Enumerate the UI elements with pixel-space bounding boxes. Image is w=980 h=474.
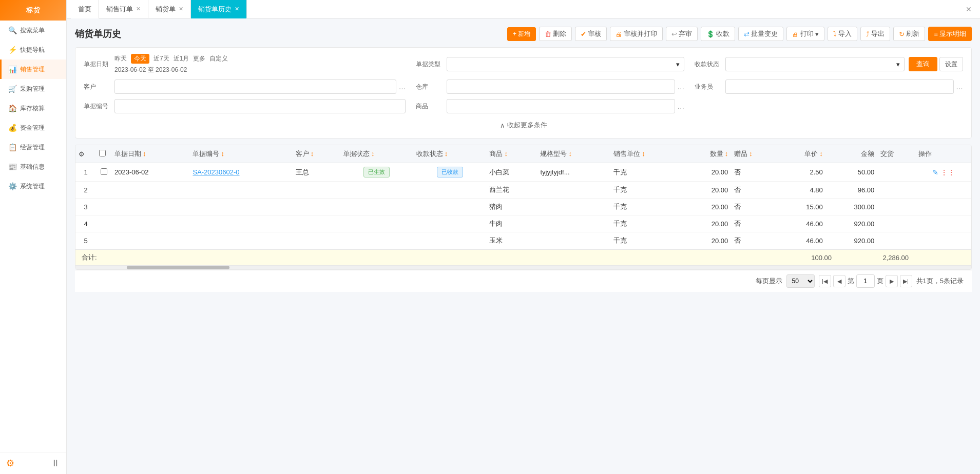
first-page-button[interactable]: |◀: [819, 275, 831, 287]
export-button[interactable]: ⤴ 导出: [860, 27, 890, 41]
th-qty[interactable]: 数量↕: [684, 145, 731, 163]
query-button[interactable]: 查询: [909, 57, 937, 71]
salesman-dots[interactable]: …: [956, 83, 963, 91]
shortcut-1month[interactable]: 近1月: [174, 54, 189, 63]
tab-home[interactable]: 首页: [71, 0, 99, 18]
cell-checkbox[interactable]: [96, 163, 111, 182]
th-gift[interactable]: 赠品↕: [731, 145, 778, 163]
th-unit[interactable]: 销售单位↕: [610, 145, 684, 163]
cell-unit: 千克: [610, 182, 684, 199]
page-size-select[interactable]: 50 20 100 200: [786, 274, 815, 288]
th-pay-status[interactable]: 收款状态↕: [413, 145, 487, 163]
th-price[interactable]: 单价↕: [778, 145, 825, 163]
sidebar-item-inventory[interactable]: 🏠 库存核算: [0, 98, 66, 118]
cell-checkbox[interactable]: [96, 215, 111, 232]
audit-button[interactable]: ✔ 审核: [575, 27, 607, 41]
import-icon: ⤵: [833, 30, 837, 38]
doc-date-label: 单据日期: [84, 60, 114, 69]
collapse-button[interactable]: ∧ 收起更多条件: [84, 118, 963, 132]
cell-doc-no: [189, 215, 292, 232]
tab-sales-goods[interactable]: 销货单 ✕: [148, 0, 191, 18]
doc-no-input[interactable]: [114, 99, 406, 113]
shortcut-today[interactable]: 今天: [131, 54, 149, 64]
sidebar-bottom-icon2[interactable]: ⏸: [51, 458, 60, 469]
th-trade[interactable]: 交货: [877, 145, 915, 163]
select-all-checkbox[interactable]: [99, 150, 106, 156]
doc-type-select[interactable]: ▾: [447, 57, 684, 71]
th-amount[interactable]: 金额: [826, 145, 878, 163]
next-page-button[interactable]: ▶: [886, 275, 898, 287]
shortcut-more[interactable]: 更多: [193, 54, 205, 63]
show-detail-button[interactable]: ≡ 显示明细: [928, 27, 972, 41]
tab-close-sales-order[interactable]: ✕: [136, 6, 141, 12]
audit-icon: ✔: [581, 30, 586, 38]
tab-sales-history[interactable]: 销货单历史 ✕: [191, 0, 247, 18]
sidebar-item-system[interactable]: ⚙️ 系统管理: [0, 176, 66, 196]
th-customer[interactable]: 客户↕: [293, 145, 340, 163]
goods-input[interactable]: [447, 99, 675, 113]
th-goods[interactable]: 商品↕: [486, 145, 537, 163]
th-doc-date[interactable]: 单据日期↕: [111, 145, 189, 163]
warehouse-input[interactable]: [447, 80, 675, 94]
cell-checkbox[interactable]: [96, 199, 111, 215]
prev-page-button[interactable]: ◀: [833, 275, 846, 287]
cell-checkbox[interactable]: [96, 232, 111, 249]
horizontal-scrollbar[interactable]: [75, 265, 971, 269]
shortcut-custom[interactable]: 自定义: [209, 54, 228, 63]
filter-salesman: 业务员 …: [695, 80, 963, 94]
table-row: 3 猪肉 千克 20.00 否 15.00 300.00: [75, 199, 971, 215]
pay-status-select[interactable]: ▾: [725, 57, 905, 71]
audit-print-button[interactable]: 🖨 审核并打印: [610, 27, 663, 41]
new-button[interactable]: + 新增: [507, 27, 536, 41]
sidebar-item-search-menu[interactable]: 🔍 搜索菜单: [0, 21, 66, 40]
th-doc-status[interactable]: 单据状态↕: [340, 145, 413, 163]
cell-doc-date: 2023-06-02: [111, 163, 189, 182]
tab-close-sales-history[interactable]: ✕: [235, 6, 239, 12]
sidebar-bottom-icon1[interactable]: ⚙: [6, 458, 14, 469]
th-checkbox[interactable]: [96, 145, 111, 163]
sidebar-item-sales-mgmt[interactable]: 📊 销售管理: [0, 60, 66, 79]
page-number-input[interactable]: [856, 274, 875, 288]
sidebar-item-operations[interactable]: 📋 经营管理: [0, 137, 66, 157]
cell-pay-status: [413, 182, 487, 199]
import-button[interactable]: ⤵ 导入: [828, 27, 857, 41]
settings-button[interactable]: 设置: [939, 57, 963, 71]
th-doc-no[interactable]: 单据编号↕: [189, 145, 292, 163]
sidebar-item-quick-nav[interactable]: ⚡ 快捷导航: [0, 40, 66, 60]
goods-dots[interactable]: …: [677, 102, 684, 110]
shortcut-yesterday[interactable]: 昨天: [114, 54, 127, 63]
sidebar-item-purchase-mgmt[interactable]: 🛒 采购管理: [0, 79, 66, 98]
customer-input[interactable]: [114, 80, 396, 94]
tab-close-sales-goods[interactable]: ✕: [179, 6, 183, 12]
cell-doc-no[interactable]: SA-20230602-0: [189, 163, 292, 182]
print-button[interactable]: 🖨 打印 ▾: [786, 27, 824, 41]
date-range-display: 2023-06-02 至 2023-06-02: [114, 66, 406, 74]
th-settings[interactable]: ⚙: [75, 145, 96, 163]
th-spec[interactable]: 规格型号↕: [537, 145, 610, 163]
tab-sales-order[interactable]: 销售订单 ✕: [99, 0, 148, 18]
table-summary: 合计: 100.00 2,286.00: [75, 249, 971, 265]
batch-icon: ⇄: [744, 30, 750, 38]
customer-dots[interactable]: …: [398, 83, 406, 91]
collect-button[interactable]: 💲 收款: [701, 27, 735, 41]
sidebar-item-basic-info[interactable]: 📰 基础信息: [0, 157, 66, 176]
edit-button[interactable]: ✎: [932, 168, 938, 176]
warehouse-dots[interactable]: …: [677, 83, 684, 91]
last-page-button[interactable]: ▶|: [900, 275, 912, 287]
abandon-button[interactable]: ↩ 弃审: [666, 27, 698, 41]
cell-action: [915, 182, 971, 199]
salesman-input[interactable]: [725, 80, 954, 94]
row-checkbox[interactable]: [101, 168, 107, 175]
goods-label: 商品: [416, 102, 447, 111]
cell-price: 46.00: [778, 232, 825, 249]
batch-button[interactable]: ⇄ 批量变更: [738, 27, 783, 41]
cell-qty: 20.00: [684, 163, 731, 182]
cell-num: 5: [75, 232, 96, 249]
cell-checkbox[interactable]: [96, 182, 111, 199]
delete-button[interactable]: 🗑 删除: [539, 27, 572, 41]
sidebar-item-finance[interactable]: 💰 资金管理: [0, 118, 66, 137]
shortcut-7days[interactable]: 近7天: [153, 54, 169, 63]
window-close-button[interactable]: ✕: [962, 5, 976, 13]
row-delete-button[interactable]: ⋮⋮: [940, 168, 955, 176]
refresh-button[interactable]: ↻ 刷新: [893, 27, 925, 41]
